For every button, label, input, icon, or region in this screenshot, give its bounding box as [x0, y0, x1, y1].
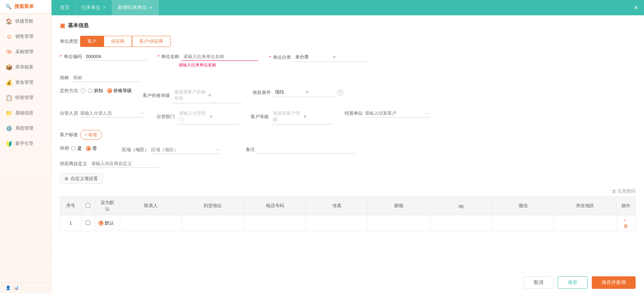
pricing-radio-price-level[interactable]: 价格等级	[107, 88, 132, 94]
guide-icon: 🔰	[6, 140, 13, 147]
custom-settings-button[interactable]: ⚙ 自定义项设置	[60, 173, 102, 184]
sidebar-item-label: 销售管理	[15, 33, 33, 40]
sidebar-item-label: 基础信息	[15, 110, 33, 116]
department-dropdown[interactable]: 请输入分管部门 ▼	[177, 109, 239, 124]
close-all-button[interactable]: ✕	[630, 4, 641, 11]
sidebar-item-system[interactable]: ⚙️ 系统管理	[0, 121, 51, 136]
section-icon: ▣	[60, 22, 65, 29]
sidebar-item-label: 库存核算	[15, 64, 33, 70]
region-ellipsis[interactable]: ···	[214, 147, 221, 152]
disabled-field: 停用 是 否	[60, 145, 97, 152]
default-radio-circle	[99, 221, 103, 226]
basic-icon: 📁	[6, 109, 13, 116]
manager-input[interactable]	[80, 111, 139, 116]
wechat-input[interactable]	[496, 220, 550, 226]
manager-label: 分管人员	[60, 110, 78, 116]
region-table-input[interactable]	[558, 220, 612, 226]
tab-home-label: 首页	[60, 5, 70, 11]
tab-contacts-label: 往来单位	[81, 5, 101, 11]
supplier-custom-row: 供应商自定义	[60, 160, 636, 168]
supplier-custom-input[interactable]	[89, 160, 159, 168]
type-btn-both[interactable]: 客户/供应商	[132, 36, 171, 47]
tab-home[interactable]: 首页	[54, 0, 76, 15]
settlement-label: 结算单位	[345, 110, 363, 116]
unit-name-input[interactable]	[181, 52, 258, 61]
settlement-input[interactable]	[365, 111, 423, 116]
customer-level-dropdown[interactable]: 请选择客户等级 ▼	[271, 109, 333, 124]
add-tag-button[interactable]: + 标签	[80, 130, 102, 140]
unit-category-value: 未分类	[295, 54, 331, 60]
department-placeholder: 请输入分管部门	[179, 110, 207, 123]
sidebar-item-inventory[interactable]: 📦 库存核算	[0, 59, 51, 75]
tab-new-contact-close[interactable]: ✕	[149, 5, 152, 10]
tab-bar: 首页 往来单位 ✕ 新增往来单位 ✕ ✕	[52, 0, 644, 15]
fax-input[interactable]	[309, 220, 364, 226]
sidebar-item-purchase[interactable]: 🛍 采购管理	[0, 44, 51, 59]
add-row-icon[interactable]: ＋	[622, 218, 627, 223]
region-input[interactable]	[151, 147, 214, 152]
unit-category-field: * 单位分类 未分类 ▼	[269, 52, 370, 62]
department-field: 分管部门 请输入分管部门 ▼	[157, 109, 239, 124]
pricing-radio-group: 折扣 价格等级	[88, 88, 132, 94]
abbr-input[interactable]	[71, 74, 141, 82]
sidebar-item-basic[interactable]: 📁 基础信息	[0, 105, 51, 121]
section-title: 基本信息	[68, 22, 89, 29]
sidebar-bottom-icon: 👤	[6, 285, 11, 290]
cancel-button[interactable]: 取消	[524, 276, 553, 289]
pricing-row: 定价方法 ? 折扣 价格等级 客户价格等	[60, 88, 636, 103]
abbr-field: 简称	[60, 74, 141, 82]
email-input[interactable]	[371, 220, 426, 226]
tab-new-contact[interactable]: 新增往来单位 ✕	[112, 0, 158, 15]
settlement-ellipsis[interactable]: ···	[423, 110, 430, 116]
content-area: ▣ 基本信息 单位类型 客户 供应商 客户/供应商 * 单位编码	[52, 15, 644, 272]
manager-ellipsis[interactable]: ···	[139, 110, 146, 116]
col-fax: 传真	[306, 197, 368, 215]
settlement-field: 结算单位 ···	[345, 109, 430, 117]
default-radio[interactable]: 默认	[99, 220, 116, 226]
pricing-method-label: 定价方法	[60, 88, 78, 94]
region-label: 区域（地区）	[122, 147, 149, 153]
type-btn-customer[interactable]: 客户	[80, 36, 104, 47]
batch-delete-button[interactable]: 🗑 批量删除	[612, 188, 636, 194]
pricing-radio-discount[interactable]: 折扣	[88, 88, 103, 94]
sidebar-item-operations[interactable]: 📋 经营管理	[0, 90, 51, 105]
footer: 取消 保存 保存并新增	[52, 272, 644, 293]
unit-code-input[interactable]	[84, 52, 147, 61]
sidebar-item-sales[interactable]: ⊙ 销售管理	[0, 29, 51, 44]
customer-price-level-label: 客户价格等级	[143, 92, 170, 99]
disabled-radio-yes[interactable]: 是	[71, 145, 82, 152]
disabled-radio-no[interactable]: 否	[86, 145, 97, 152]
col-checkbox	[81, 197, 95, 215]
category-arrow-icon: ▼	[332, 55, 368, 60]
select-all-checkbox[interactable]	[86, 203, 90, 207]
sidebar-search[interactable]: 🔍 搜索菜单	[0, 0, 51, 14]
tab-contacts-close[interactable]: ✕	[103, 5, 106, 10]
payment-terms-dropdown[interactable]: 现结 ▼	[273, 88, 336, 97]
save-button[interactable]: 保存	[558, 276, 588, 289]
contact-input[interactable]	[124, 220, 178, 226]
row-checkbox[interactable]	[86, 220, 90, 225]
yes-radio-circle	[71, 146, 76, 151]
unit-category-dropdown[interactable]: 未分类 ▼	[293, 52, 370, 62]
sidebar-item-finance[interactable]: 💰 资金管理	[0, 75, 51, 90]
customer-price-level-placeholder: 请选择客户价格等级	[174, 89, 206, 101]
customer-price-level-dropdown[interactable]: 请选择客户价格等级 ▼	[172, 88, 242, 103]
inventory-icon: 📦	[6, 64, 13, 71]
sidebar-item-quick-nav[interactable]: 🏠 快捷导航	[0, 14, 51, 29]
phone-input[interactable]	[248, 220, 302, 226]
disabled-row: 停用 是 否 区域（地区）	[60, 145, 636, 154]
remark-input[interactable]	[257, 145, 354, 154]
payment-terms-value: 现结	[275, 89, 304, 95]
system-icon: ⚙️	[6, 125, 13, 132]
delete-row-icon[interactable]: 🗑	[623, 223, 628, 229]
sidebar-item-guide[interactable]: 🔰 新手引导	[0, 136, 51, 151]
qq-input[interactable]	[434, 220, 488, 226]
tab-contacts[interactable]: 往来单位 ✕	[76, 0, 112, 15]
payment-help-icon[interactable]: ?	[338, 90, 343, 95]
pricing-help-icon[interactable]: ?	[80, 88, 86, 93]
address-input[interactable]	[186, 220, 240, 226]
save-new-button[interactable]: 保存并新增	[592, 276, 636, 289]
sales-icon: ⊙	[6, 33, 13, 40]
type-btn-supplier[interactable]: 供应商	[104, 36, 132, 47]
cell-qq	[430, 215, 492, 231]
